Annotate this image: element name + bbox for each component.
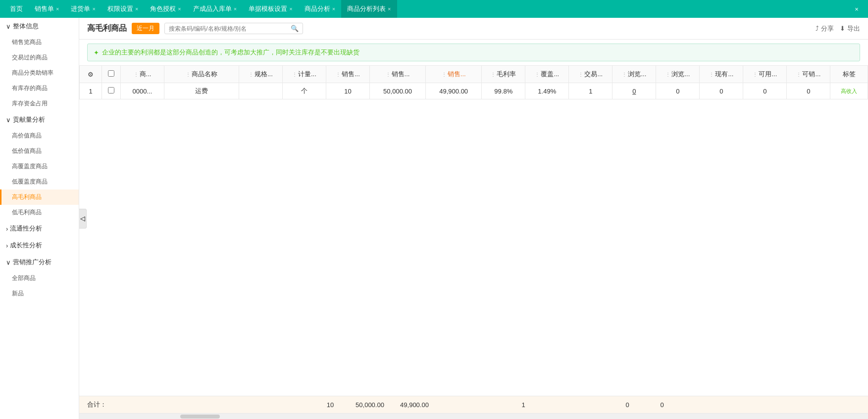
cell-sales2: 50,000.00 (369, 83, 425, 99)
chevron-down-icon: ∨ (6, 259, 11, 266)
col-sellable[interactable]: ⋮可销... (787, 66, 830, 83)
sidebar-item-in-stock[interactable]: 有库存的商品 (0, 81, 79, 96)
col-tag[interactable]: 标签 (830, 66, 868, 83)
cell-tag: 高收入 (830, 83, 868, 99)
search-icon[interactable]: 🔍 (291, 25, 299, 32)
sidebar-item-stock-capital[interactable]: 库存资金占用 (0, 96, 79, 111)
col-index: ⚙ (80, 66, 102, 83)
col-sales2[interactable]: ⋮销售... (369, 66, 425, 83)
sidebar-item-high-value[interactable]: 高价值商品 (0, 128, 79, 143)
sidebar-section-growth[interactable]: › 成长性分析 (0, 237, 79, 254)
col-spec[interactable]: ⋮规格... (239, 66, 282, 83)
info-banner: ✦ 企业的主要的利润都是这部分商品创造的，可考虑加大推广，同时关注库存是不要出现… (87, 44, 860, 61)
col-current[interactable]: ⋮现有... (700, 66, 743, 83)
filter-recent-month-button[interactable]: 近一月 (132, 23, 159, 34)
export-button[interactable]: ⬇ 导出 (840, 24, 860, 33)
nav-product-analysis[interactable]: 商品分析 × (299, 0, 341, 18)
info-icon: ✦ (94, 49, 99, 56)
nav-sales-order[interactable]: 销售单 × (29, 0, 65, 18)
col-transaction[interactable]: ⋮交易... (569, 66, 613, 83)
footer-current: 0 (610, 401, 645, 409)
nav-close-icon[interactable]: × (92, 6, 95, 12)
scrollbar-thumb[interactable] (180, 415, 220, 419)
col-code[interactable]: ⋮商... (120, 66, 164, 83)
col-unit[interactable]: ⋮计量... (282, 66, 326, 83)
sidebar-section-liquidity[interactable]: › 流通性分析 (0, 220, 79, 237)
content-header: 高毛利商品 近一月 🔍 ⤴ 分享 ⬇ 导出 (79, 18, 868, 40)
col-browse1[interactable]: ⋮浏览... (613, 66, 656, 83)
footer-sales1: 10 (313, 401, 348, 409)
nav-product-analysis-list[interactable]: 商品分析列表 × (341, 0, 397, 18)
settings-icon[interactable]: ⚙ (88, 71, 94, 78)
content-area: ◁ 高毛利商品 近一月 🔍 ⤴ 分享 ⬇ 导出 ✦ 企 (79, 18, 868, 419)
cell-browse2: 0 (656, 83, 700, 99)
footer-values: 10 50,000.00 49,900.00 1 0 0 (117, 401, 860, 409)
nav-role-auth[interactable]: 角色授权 × (144, 0, 187, 18)
nav-product-inbound[interactable]: 产成品入库单 × (187, 0, 243, 18)
sidebar-item-traded-goods[interactable]: 交易过的商品 (0, 50, 79, 65)
window-close-button[interactable]: × (849, 0, 864, 18)
col-name[interactable]: ⋮商品名称 (164, 66, 239, 83)
share-button[interactable]: ⤴ 分享 (816, 24, 834, 33)
footer-sales2: 50,000.00 (348, 401, 392, 409)
cell-gross-margin: 99.8% (482, 83, 525, 99)
nav-permission-settings[interactable]: 权限设置 × (102, 0, 144, 18)
table-footer: 合计： 10 50,000.00 49,900.00 1 0 0 (79, 396, 868, 413)
cell-sellable: 0 (787, 83, 830, 99)
col-browse2[interactable]: ⋮浏览... (656, 66, 700, 83)
cell-coverage: 1.49% (525, 83, 569, 99)
cell-browse1[interactable]: 0 (613, 83, 656, 99)
nav-close-icon[interactable]: × (388, 6, 391, 12)
sidebar-section-overall[interactable]: ∨ 整体信息 (0, 18, 79, 35)
page-title: 高毛利商品 (87, 23, 127, 34)
sidebar-item-low-margin[interactable]: 低毛利商品 (0, 205, 79, 220)
sidebar-item-high-coverage[interactable]: 高覆盖度商品 (0, 159, 79, 174)
sidebar-item-sales-overview[interactable]: 销售览商品 (0, 35, 79, 50)
nav-close-icon[interactable]: × (332, 6, 335, 12)
share-icon: ⤴ (816, 25, 819, 32)
footer-available: 0 (645, 401, 679, 409)
nav-template-settings[interactable]: 单据模板设置 × (243, 0, 298, 18)
nav-close-icon[interactable]: × (135, 6, 138, 12)
cell-sales3: 49,900.00 (426, 83, 482, 99)
nav-close-icon[interactable]: × (289, 6, 292, 12)
sidebar-item-category-rate[interactable]: 商品分类助销率 (0, 65, 79, 81)
nav-close-icon[interactable]: × (178, 6, 181, 12)
table-header-row: ⚙ ⋮商... ⋮商品名称 ⋮规格... ⋮计量... ⋮销售... ⋮销售..… (80, 66, 868, 83)
chevron-right-icon: › (6, 225, 8, 233)
sidebar-item-new-products[interactable]: 新品 (0, 286, 79, 301)
col-coverage[interactable]: ⋮覆盖... (525, 66, 569, 83)
sidebar-section-contribution[interactable]: ∨ 贡献量分析 (0, 111, 79, 128)
top-navigation: 首页 销售单 × 进货单 × 权限设置 × 角色授权 × 产成品入库单 × 单据… (0, 0, 868, 18)
cell-index: 1 (80, 83, 102, 99)
sidebar-item-high-margin[interactable]: 高毛利商品 (0, 189, 79, 205)
chevron-down-icon: ∨ (6, 116, 11, 124)
table-row: 1 0000... 运费 个 10 50,000.00 49,900.00 99… (80, 83, 868, 99)
col-sales3[interactable]: ⋮销售... (426, 66, 482, 83)
sidebar-collapse-button[interactable]: ◁ (79, 209, 87, 229)
nav-home[interactable]: 首页 (4, 0, 29, 18)
row-checkbox[interactable] (108, 87, 114, 93)
nav-close-icon[interactable]: × (56, 6, 59, 12)
footer-transaction: 1 (506, 401, 541, 409)
select-all-checkbox[interactable] (108, 70, 114, 77)
cell-checkbox[interactable] (102, 83, 121, 99)
sidebar-item-low-coverage[interactable]: 低覆盖度商品 (0, 174, 79, 189)
sidebar-item-all-products[interactable]: 全部商品 (0, 271, 79, 286)
sidebar-section-marketing[interactable]: ∨ 营销推广分析 (0, 254, 79, 271)
sidebar-item-low-value[interactable]: 低价值商品 (0, 143, 79, 159)
col-gross-margin[interactable]: ⋮毛利率 (482, 66, 525, 83)
data-table-container[interactable]: ⚙ ⋮商... ⋮商品名称 ⋮规格... ⋮计量... ⋮销售... ⋮销售..… (79, 65, 868, 396)
col-available[interactable]: ⋮可用... (743, 66, 787, 83)
search-input[interactable] (169, 25, 288, 32)
cell-transaction: 1 (569, 83, 613, 99)
nav-purchase-order[interactable]: 进货单 × (65, 0, 101, 18)
header-actions: ⤴ 分享 ⬇ 导出 (816, 24, 860, 33)
nav-close-icon[interactable]: × (234, 6, 237, 12)
footer-sales3: 49,900.00 (392, 401, 437, 409)
sidebar: ∨ 整体信息 销售览商品 交易过的商品 商品分类助销率 有库存的商品 库存资金占… (0, 18, 79, 419)
cell-name: 运费 (164, 83, 239, 99)
col-sales1[interactable]: ⋮销售... (326, 66, 369, 83)
cell-code: 0000... (120, 83, 164, 99)
horizontal-scrollbar[interactable] (79, 413, 868, 419)
